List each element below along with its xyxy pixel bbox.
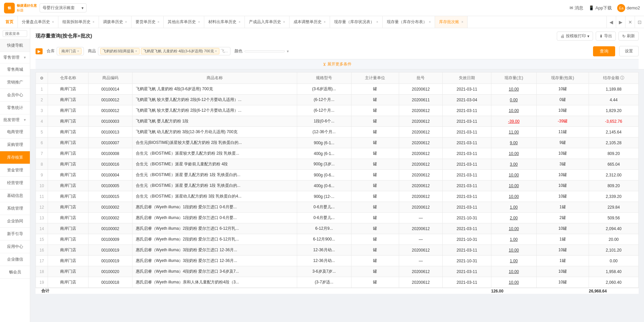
tab-other-out[interactable]: 其他出库单历史 × [164,16,204,28]
sidebar-item-sys-mgmt[interactable]: 系统管理 [0,202,30,215]
tab-inventory-dist[interactable]: 现存量（库存分布表） × [383,16,435,28]
tab-request[interactable]: 要货单历史 × [131,16,164,28]
tab-close-transfer[interactable]: × [125,20,127,24]
product-tag-2[interactable]: 飞鹤星飞帆 儿童奶粉 4段(3-6岁适用) 700克 × [141,48,219,54]
sidebar-item-quick-nav[interactable]: 快捷导航 [0,39,30,52]
nav-close-btn[interactable]: ✕ [625,16,635,28]
settings-btn[interactable]: 设置 [619,46,639,56]
sidebar-item-retail-mgmt[interactable]: 零售管理 ▼ [0,52,30,63]
sidebar-item-new-guide[interactable]: 新手引导 [0,228,30,240]
expand-arrow-btn[interactable]: ▶ [36,48,43,54]
sidebar-item-marketing[interactable]: 营销推广 [0,76,30,89]
nav-next-btn[interactable]: ▶ [616,16,625,28]
query-btn[interactable]: 查询 [593,46,615,56]
message-btn[interactable]: ✉ 消息 [570,5,583,11]
col-settings[interactable]: ⚙ [36,72,48,84]
warehouse-tag-box[interactable]: 南岸门店 × [57,47,84,55]
tab-batch-ledger[interactable]: 库存批次账 × [435,16,468,28]
tab-material-out[interactable]: 材料出库单历史 × [204,16,245,28]
tab-close-material-out[interactable]: × [238,20,240,24]
tab-inventory-status[interactable]: 现存量（库存状况表） × [330,16,383,28]
cell-warehouse: 南岸门店 [48,116,89,127]
cell-qty[interactable]: 1.00 [491,202,536,213]
cell-qty[interactable]: 1.00 [491,256,536,266]
tab-split-count[interactable]: 分量盘点单历史 × [18,16,58,28]
inventory-table: ⚙ 仓库名称 商品编码 商品名称 规格型号 主计量单位 批号 失效日期 现存量(… [36,72,639,294]
color-tag-box[interactable] [245,50,285,52]
tab-close-other-out[interactable]: × [198,20,200,24]
cell-qty[interactable]: 10.00 [491,170,536,180]
nav-maximize-btn[interactable]: ⊡ [635,16,644,28]
sidebar-item-retail-stats[interactable]: 零售统计 [0,102,30,114]
tab-close-disassemble[interactable]: × [93,20,95,24]
user-avatar-btn[interactable]: Ea demo2 [617,4,640,12]
industry-select[interactable]: 母婴行业演示账套 ▾ [40,3,87,12]
print-btn[interactable]: 🖨 按模板打印 ▾ [557,32,593,41]
tab-close-split-count[interactable]: × [52,20,54,24]
cell-qty[interactable]: 10.00 [491,245,536,256]
cell-qty[interactable]: 10.00 [491,277,536,288]
cell-qty[interactable]: 10.00 [491,266,536,277]
tab-close-inventory-status[interactable]: × [376,20,378,24]
cell-no: 15 [36,234,48,245]
cell-qty[interactable]: 10.00 [491,148,536,159]
sidebar-item-wholesale-mgmt[interactable]: 批发管理 ▼ [0,114,30,126]
cell-batch: 20200612 [399,223,442,234]
product-tag-1[interactable]: 飞鹤奶粉3段两提装 × [100,48,140,54]
cell-unit: 罐 [351,256,399,266]
tab-transfer[interactable]: 调拨单历史 × [99,16,131,28]
cell-qty[interactable]: 0.00 [491,95,536,105]
sidebar-item-member-center[interactable]: 会员中心 [0,89,30,102]
cell-qty[interactable]: 10.00 [491,180,536,191]
warehouse-filter-label: 合库 [47,48,55,54]
search-menu-input[interactable] [3,30,27,37]
cell-name: 飞鹤星飞帆 幼儿配方奶粉 3段(12-36个月幼儿适用) 700克 [132,127,297,138]
cell-qty[interactable]: -39.00 [491,116,536,127]
cell-qty[interactable]: 9.00 [491,138,536,148]
tab-home[interactable]: 首页 [1,16,18,28]
tab-product-in[interactable]: 产成品入库单历史 × [245,16,289,28]
tab-close-request[interactable]: × [158,20,160,24]
tab-disassemble[interactable]: 组装拆卸单历史 × [58,16,99,28]
expand-more-btn[interactable]: ⊻ 展开更多条件 [323,61,352,67]
cell-code: 00100009 [89,234,132,245]
search-menu-area [0,28,30,39]
sidebar-item-enterprise-wechat[interactable]: 企业微信 [0,253,30,266]
sidebar-item-inventory-check[interactable]: 库存核算 [0,151,30,164]
sidebar-item-enterprise-collab[interactable]: 企业协同 [0,215,30,228]
sidebar-item-basic-info[interactable]: 基础信息 [0,190,30,202]
export-btn[interactable]: ⬇ 导出 [596,32,616,41]
tab-close-batch-ledger[interactable]: × [461,20,463,24]
tab-close-product-in[interactable]: × [283,20,285,24]
color-dropdown-arrow[interactable]: ▾ [287,49,289,54]
cell-code: 00100012 [89,105,132,116]
cell-qty[interactable]: 2.00 [491,213,536,223]
sidebar-item-finance-mgmt[interactable]: 资金管理 [0,164,30,177]
app-download-btn[interactable]: 📱 App下载 [589,5,612,11]
product-more-dots[interactable]: 飞... [221,48,228,54]
sidebar-item-fan-member[interactable]: 畅会员 [0,266,30,279]
sidebar-item-app-center[interactable]: 应用中心 [0,240,30,253]
product-tag-box[interactable]: 飞鹤奶粉3段两提装 × 飞鹤星飞帆 儿童奶粉 4段(3-6岁适用) 700克 ×… [98,47,230,55]
cell-qty[interactable]: 11.00 [491,127,536,138]
sidebar-item-purchase-mgmt[interactable]: 采购管理 [0,139,30,151]
sidebar-item-retail-mall[interactable]: 零售商城 [0,63,30,76]
product-tag-2-close[interactable]: × [215,49,217,53]
tab-close-inventory-dist[interactable]: × [429,20,431,24]
tab-close-cost-adjust[interactable]: × [324,20,326,24]
warehouse-tag-nanan[interactable]: 南岸门店 × [59,48,82,54]
product-tag-1-close[interactable]: × [135,49,137,53]
warehouse-tag-close[interactable]: × [77,49,79,53]
cell-qty[interactable]: 10.00 [491,191,536,202]
sidebar-item-ecommerce-mgmt[interactable]: 电商管理 [0,126,30,139]
tab-cost-adjust[interactable]: 成本调整单历史 × [289,16,330,28]
refresh-btn[interactable]: ↻ 刷新 [619,32,639,41]
nav-prev-btn[interactable]: ◀ [606,16,616,28]
cell-batch: 20200612 [399,180,442,191]
cell-qty[interactable]: 10.00 [491,84,536,95]
cell-qty[interactable]: 3.00 [491,159,536,170]
sidebar-item-ops-mgmt[interactable]: 经营管理 [0,177,30,190]
cell-qty[interactable]: 10.00 [491,223,536,234]
cell-qty[interactable]: 1.00 [491,234,536,245]
cell-qty[interactable]: 10.00 [491,105,536,116]
